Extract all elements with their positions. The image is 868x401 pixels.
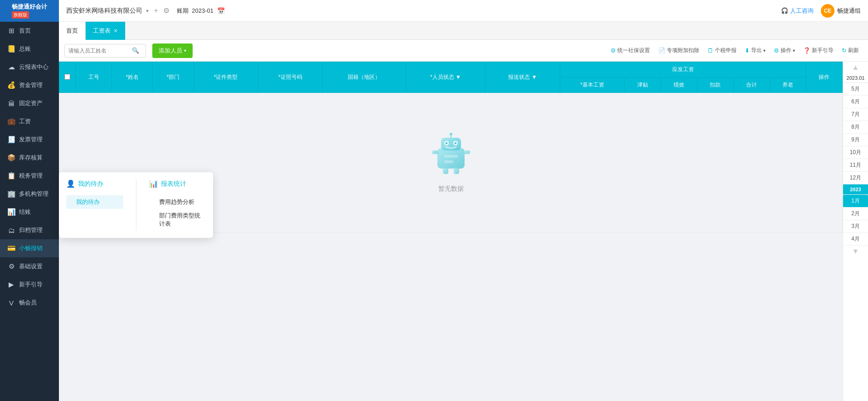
popup-divider [136, 179, 136, 231]
popup-item-dept-cost[interactable]: 部门费用类型统计表 [149, 209, 206, 231]
toolbar-action-special-deduction[interactable]: 📄专项附加扣除 [655, 43, 703, 58]
sidebar-icon-archive: 🗂 [7, 227, 15, 234]
sidebar-item-inventory[interactable]: 📦库存核算 [0, 149, 59, 167]
month-item-12月[interactable]: 12月 [843, 172, 868, 184]
month-item-11月[interactable]: 11月 [843, 159, 868, 172]
sidebar-label-new-guide: 新手引导 [19, 280, 43, 289]
svg-rect-9 [464, 150, 470, 154]
add-company-btn[interactable]: ＋ [152, 6, 160, 15]
svg-rect-12 [443, 168, 448, 174]
month-item-5月[interactable]: 5月 [843, 83, 868, 96]
th-deduction: 扣款 [697, 77, 733, 93]
sidebar-item-invoice[interactable]: 🧾发票管理 [0, 130, 59, 149]
sidebar-label-multi-org: 多机构管理 [19, 190, 48, 198]
no-data-icon [428, 132, 474, 178]
popup-menu: 👤 我的待办 我的待办 📊 报表统计 费用趋势分析 部门费用类型统计表 [59, 172, 213, 238]
sidebar-item-cloud-report[interactable]: ☁云报表中心 [0, 58, 59, 76]
popup-item-cost-trend[interactable]: 费用趋势分析 [149, 195, 206, 209]
tab-close-btn[interactable]: ✕ [113, 28, 118, 34]
month-item-3月[interactable]: 3月 [843, 220, 868, 233]
toolbar-action-operations[interactable]: ⚙操作▾ [770, 43, 799, 58]
th-id-type: *证件类型 [194, 62, 258, 93]
sidebar-icon-xiao-chang: 💳 [7, 244, 15, 252]
todo-title-label: 我的待办 [78, 180, 103, 188]
month-nav-up[interactable]: ▲ [843, 62, 868, 73]
tab-salary-label: 工资表 [93, 27, 111, 35]
sidebar-label-invoice: 发票管理 [19, 135, 43, 144]
sidebar-label-tax: 税务管理 [19, 172, 43, 180]
select-all-checkbox[interactable] [64, 74, 70, 80]
sidebar-icon-fund: 💰 [7, 81, 15, 89]
topbar: 西安虾米网络科技有限公司 ▾ ＋ ⚙ 账期 2023-01 📅 🎧 人工咨询 C… [59, 0, 868, 22]
th-id-num: *证照号码 [258, 62, 322, 93]
toolbar-action-export[interactable]: ⬇导出▾ [741, 43, 769, 58]
search-icon[interactable]: 🔍 [132, 47, 139, 54]
sidebar-item-xiao-chang[interactable]: 💳小畅报销 [0, 239, 59, 257]
sidebar-item-basic-settings[interactable]: ⚙基础设置 [0, 257, 59, 275]
sidebar-icon-settlement: 📊 [7, 208, 15, 216]
sidebar-icon-cloud-report: ☁ [7, 63, 15, 71]
sidebar-icon-new-guide: ▶ [7, 280, 15, 289]
app-name: 畅捷通好会计 [12, 3, 47, 11]
sidebar-label-ledger: 总账 [19, 45, 31, 53]
sidebar-item-salary[interactable]: 💼工资 [0, 112, 59, 130]
sidebar-item-fixed-assets[interactable]: 🏛固定资产 [0, 94, 59, 112]
username: 畅捷通组 [837, 7, 861, 15]
todo-icon: 👤 [66, 179, 75, 188]
tab-home[interactable]: 首页 [59, 22, 86, 40]
user-menu-btn[interactable]: CE 畅捷通组 [821, 4, 861, 18]
toolbar-action-new-guide[interactable]: ❓新手引导 [800, 43, 837, 58]
month-item-8月[interactable]: 8月 [843, 121, 868, 134]
sidebar-item-settlement[interactable]: 📊结账 [0, 203, 59, 221]
sidebar-item-member[interactable]: V畅会员 [0, 294, 59, 312]
month-item-7月[interactable]: 7月 [843, 108, 868, 121]
sidebar-icon-fixed-assets: 🏛 [7, 100, 15, 107]
th-pension: 养老 [770, 77, 806, 93]
month-item-10月[interactable]: 10月 [843, 146, 868, 159]
th-dept: *部门 [153, 62, 194, 93]
month-item-4月[interactable]: 4月 [843, 233, 868, 246]
customer-service-btn[interactable]: 🎧 人工咨询 [781, 7, 814, 15]
sidebar-icon-basic-settings: ⚙ [7, 262, 15, 271]
month-item-9月[interactable]: 9月 [843, 134, 868, 146]
toolbar-action-social-insurance[interactable]: ⚙统一社保设置 [607, 43, 654, 58]
popup-row: 👤 我的待办 我的待办 📊 报表统计 费用趋势分析 部门费用类型统计表 [66, 179, 206, 231]
th-total: 合计 [733, 77, 770, 93]
toolbar-action-tax-declaration[interactable]: 🗒个税申报 [704, 43, 740, 58]
app-logo: 畅捷通好会计 旗舰版 [0, 0, 59, 22]
sidebar-item-tax[interactable]: 📋税务管理 [0, 167, 59, 185]
sidebar-item-new-guide[interactable]: ▶新手引导 [0, 275, 59, 294]
tab-salary-table[interactable]: 工资表 ✕ [86, 22, 126, 40]
sidebar-item-archive[interactable]: 🗂归档管理 [0, 221, 59, 239]
add-person-label: 添加人员 [159, 47, 182, 55]
month-nav-down[interactable]: ▼ [843, 246, 868, 257]
month-item-6月[interactable]: 6月 [843, 96, 868, 108]
action-label-new-guide: 新手引导 [812, 47, 834, 54]
company-settings-btn[interactable]: ⚙ [163, 6, 170, 15]
svg-point-7 [450, 133, 452, 135]
add-person-arrow: ▾ [184, 48, 186, 53]
sidebar-label-fixed-assets: 固定资产 [19, 99, 43, 107]
sidebar-icon-inventory: 📦 [7, 154, 15, 162]
action-label-tax-declaration: 个税申报 [715, 47, 737, 54]
tabbar: 首页 工资表 ✕ [59, 22, 868, 40]
company-dropdown-arrow[interactable]: ▾ [146, 8, 149, 14]
month-item-2月[interactable]: 2月 [843, 208, 868, 220]
sidebar-item-ledger[interactable]: 📒总账 [0, 40, 59, 58]
search-input[interactable] [68, 48, 132, 54]
year-label-2023: 2023 [843, 184, 868, 195]
period-label: 账期 2023-01 [177, 7, 213, 15]
popup-item-my-todo[interactable]: 我的待办 [66, 195, 123, 209]
th-send-status: 报送状态 ▼ [485, 62, 560, 93]
action-label-special-deduction: 专项附加扣除 [667, 47, 699, 54]
sidebar-icon-tax: 📋 [7, 172, 15, 180]
toolbar: 🔍 添加人员 ▾ ⚙统一社保设置📄专项附加扣除🗒个税申报⬇导出▾⚙操作▾❓新手引… [59, 40, 868, 62]
calendar-icon[interactable]: 📅 [217, 7, 225, 14]
toolbar-action-refresh[interactable]: ↻刷新 [838, 43, 863, 58]
action-label-operations: 操作 [781, 47, 791, 54]
month-item-1月[interactable]: 1月 [843, 195, 868, 208]
sidebar-item-multi-org[interactable]: 🏢多机构管理 [0, 185, 59, 203]
add-person-btn[interactable]: 添加人员 ▾ [152, 43, 193, 58]
sidebar-item-home[interactable]: ⊞首页 [0, 22, 59, 40]
sidebar-item-fund[interactable]: 💰资金管理 [0, 76, 59, 94]
